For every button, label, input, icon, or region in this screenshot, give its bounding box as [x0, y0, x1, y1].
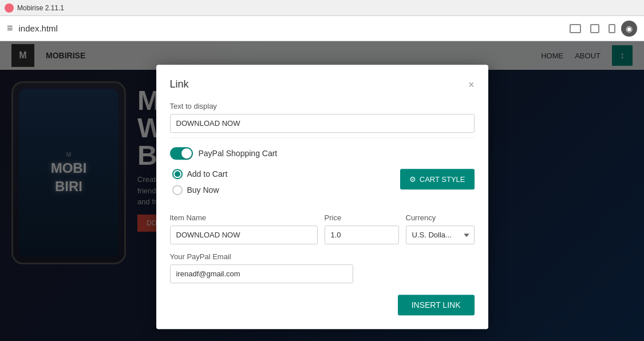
price-group: Price — [325, 213, 399, 244]
add-to-cart-radio-dot — [175, 171, 180, 177]
item-name-input[interactable] — [170, 225, 318, 244]
app-toolbar: ≡ index.html ◉ — [0, 16, 644, 41]
app-name: Mobirise 2.11.1 — [17, 4, 64, 12]
eye-icon: ◉ — [626, 24, 633, 33]
paypal-toggle-row: PayPal Shopping Cart — [170, 147, 475, 160]
device-switcher — [570, 24, 615, 33]
email-group: Your PayPal Email — [170, 252, 475, 283]
modal-title: Link — [170, 78, 189, 90]
text-display-group: Text to display — [170, 102, 475, 133]
buy-now-radio[interactable]: Buy Now — [172, 185, 228, 195]
toggle-thumb — [181, 148, 192, 158]
modal-close-btn[interactable]: × — [468, 80, 475, 90]
cart-style-btn[interactable]: ⚙ CART STYLE — [400, 169, 475, 189]
gear-icon: ⚙ — [409, 175, 416, 184]
add-to-cart-radio-circle — [172, 169, 183, 179]
price-input[interactable] — [325, 225, 399, 244]
hamburger-icon[interactable]: ≡ — [7, 22, 13, 34]
title-bar: Mobirise 2.11.1 — [0, 0, 644, 16]
item-name-label: Item Name — [170, 213, 318, 222]
buy-now-radio-circle — [172, 185, 183, 195]
insert-btn-row: INSERT LINK — [170, 295, 475, 315]
paypal-label: PayPal Shopping Cart — [199, 149, 278, 158]
paypal-toggle[interactable] — [170, 147, 193, 160]
insert-link-btn[interactable]: INSERT LINK — [398, 295, 475, 315]
app-icon — [5, 3, 14, 13]
link-modal: Link × Text to display PayPal Shopping C… — [156, 65, 488, 329]
preview-btn[interactable]: ◉ — [621, 21, 637, 37]
text-display-label: Text to display — [170, 102, 475, 110]
item-name-group: Item Name — [170, 213, 318, 244]
buy-now-label: Buy Now — [187, 185, 219, 195]
email-label: Your PayPal Email — [170, 252, 475, 261]
cart-style-label: CART STYLE — [420, 175, 465, 184]
tablet-view-btn[interactable] — [590, 24, 599, 33]
divider-1 — [170, 137, 475, 138]
radio-cart-row: Add to Cart Buy Now ⚙ CART STYLE — [170, 169, 475, 204]
currency-label: Currency — [406, 213, 475, 222]
payment-type-group: Add to Cart Buy Now — [172, 169, 228, 195]
email-input[interactable] — [170, 264, 353, 283]
item-fields-row: Item Name Price Currency U.S. Dolla... — [170, 213, 475, 244]
modal-header: Link × — [170, 78, 475, 90]
desktop-view-btn[interactable] — [570, 24, 581, 33]
currency-select[interactable]: U.S. Dolla... — [406, 225, 475, 244]
mobile-view-btn[interactable] — [609, 24, 615, 33]
currency-group: Currency U.S. Dolla... — [406, 213, 475, 244]
add-to-cart-label: Add to Cart — [187, 169, 228, 179]
price-label: Price — [325, 213, 399, 222]
file-name: index.html — [19, 23, 58, 33]
text-display-input[interactable] — [170, 114, 475, 133]
add-to-cart-radio[interactable]: Add to Cart — [172, 169, 228, 179]
